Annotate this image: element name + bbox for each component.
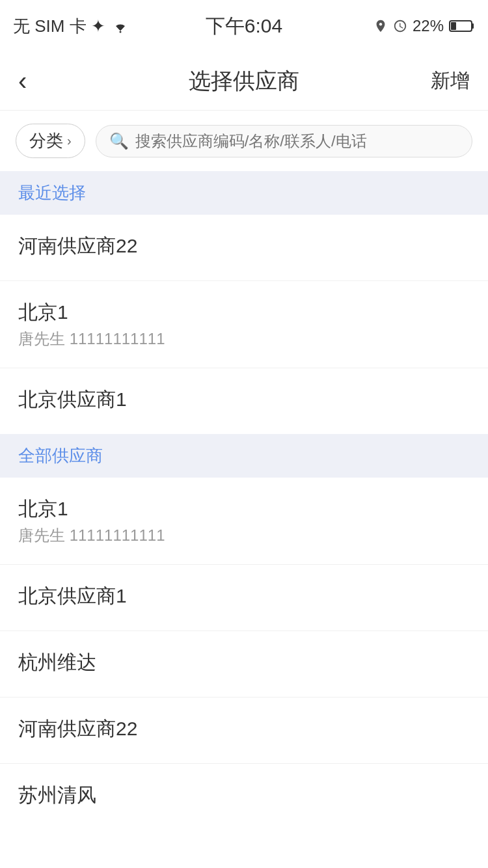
list-item[interactable]: 河南供应商22 (0, 215, 488, 281)
recent-section-header: 最近选择 (0, 171, 488, 215)
list-item[interactable]: 北京供应商1 (0, 565, 488, 631)
item-name: 北京供应商1 (18, 583, 470, 610)
add-button[interactable]: 新增 (431, 68, 470, 94)
list-item[interactable]: 北京1唐先生 11111111111 (0, 478, 488, 565)
item-sub: 唐先生 11111111111 (18, 329, 470, 349)
item-sub: 唐先生 11111111111 (18, 525, 470, 546)
item-name: 北京1 (18, 299, 470, 326)
all-section-header: 全部供应商 (0, 434, 488, 478)
item-name: 杭州维达 (18, 649, 470, 676)
item-name: 河南供应商22 (18, 233, 470, 260)
category-label: 分类 (29, 129, 63, 152)
list-item[interactable]: 苏州清风 (0, 764, 488, 830)
status-right: 22% (373, 17, 475, 35)
page-title: 选择供应商 (189, 66, 299, 96)
sim-label: 无 SIM 卡 ✦ (13, 15, 105, 38)
item-name: 苏州清风 (18, 782, 470, 809)
wifi-icon (111, 19, 130, 33)
recent-list: 河南供应商22北京1唐先生 11111111111北京供应商1 (0, 215, 488, 434)
nav-bar: ‹ 选择供应商 新增 (0, 52, 488, 111)
chevron-right-icon: › (67, 133, 72, 148)
battery-icon (449, 19, 475, 33)
svg-rect-3 (451, 22, 456, 30)
list-item[interactable]: 北京供应商1 (0, 368, 488, 434)
search-input[interactable] (135, 132, 459, 150)
search-box[interactable]: 🔍 (96, 125, 472, 157)
status-bar: 无 SIM 卡 ✦ 下午6:04 22% (0, 0, 488, 52)
search-icon: 🔍 (109, 132, 129, 150)
svg-rect-2 (472, 23, 474, 29)
all-list: 北京1唐先生 11111111111北京供应商1杭州维达河南供应商22苏州清风 (0, 478, 488, 830)
status-left: 无 SIM 卡 ✦ (13, 15, 130, 38)
filter-row: 分类 › 🔍 (0, 111, 488, 171)
back-button[interactable]: ‹ (18, 66, 57, 96)
list-item[interactable]: 北京1唐先生 11111111111 (0, 281, 488, 368)
item-name: 北京供应商1 (18, 387, 470, 413)
list-item[interactable]: 河南供应商22 (0, 698, 488, 764)
item-name: 北京1 (18, 496, 470, 522)
item-name: 河南供应商22 (18, 716, 470, 742)
category-filter[interactable]: 分类 › (16, 124, 85, 158)
svg-point-0 (119, 31, 121, 33)
battery-label: 22% (413, 17, 444, 35)
list-item[interactable]: 杭州维达 (0, 631, 488, 698)
location-icon (373, 19, 388, 33)
alarm-icon (393, 19, 407, 33)
status-time: 下午6:04 (206, 13, 282, 40)
